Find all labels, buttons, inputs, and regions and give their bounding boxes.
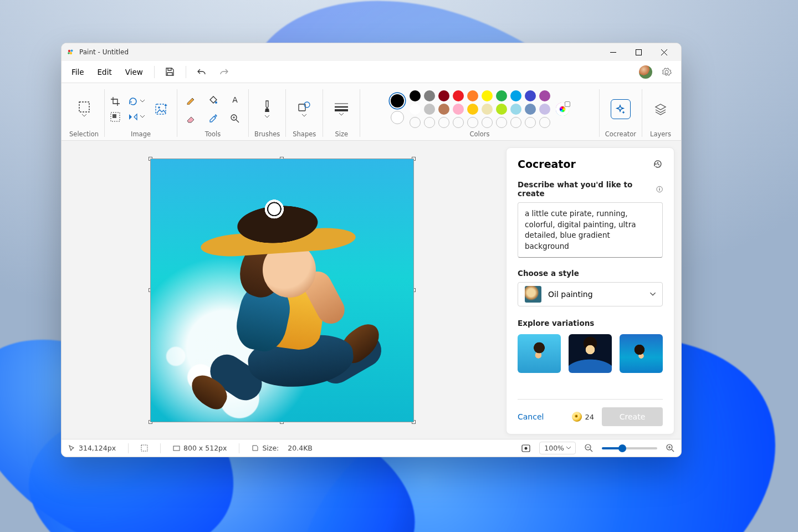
svg-rect-5 <box>79 102 89 112</box>
swatch-empty[interactable] <box>453 117 464 128</box>
zoom-slider[interactable] <box>602 447 657 449</box>
zoom-dropdown[interactable]: 100% <box>539 442 576 454</box>
cursor-position: 314,124px <box>68 444 116 452</box>
swatch[interactable] <box>482 90 493 101</box>
rotate-tool[interactable] <box>128 96 145 106</box>
magnifier-tool[interactable] <box>227 111 243 126</box>
swatch[interactable] <box>453 90 464 101</box>
cocreator-title: Cocreator <box>518 158 576 170</box>
swatch[interactable] <box>453 104 464 115</box>
swatch-empty[interactable] <box>438 117 449 128</box>
coin-icon <box>572 412 582 422</box>
swatch[interactable] <box>467 104 478 115</box>
undo-button[interactable] <box>192 63 212 81</box>
swatch[interactable] <box>424 90 435 101</box>
color-secondary[interactable] <box>391 111 404 124</box>
variation-3[interactable] <box>620 334 663 373</box>
variation-1[interactable] <box>518 334 561 373</box>
swatch[interactable] <box>539 104 550 115</box>
canvas[interactable] <box>151 159 413 422</box>
window-maximize[interactable] <box>626 43 651 61</box>
history-icon <box>653 159 663 169</box>
zoom-in-button[interactable] <box>666 444 674 452</box>
redo-button[interactable] <box>214 63 234 81</box>
color-primary[interactable] <box>391 94 404 108</box>
text-tool[interactable]: A <box>227 92 243 108</box>
settings-button[interactable] <box>657 63 677 81</box>
resize-tool[interactable] <box>110 112 120 122</box>
info-icon[interactable]: i <box>656 186 663 193</box>
window-close[interactable] <box>651 43 677 61</box>
cocreator-button[interactable] <box>611 99 631 119</box>
cursor-icon <box>68 444 75 452</box>
variation-2[interactable] <box>569 334 612 373</box>
ai-edit-tool[interactable] <box>152 100 171 119</box>
group-shapes: Shapes <box>286 86 323 139</box>
create-button[interactable]: Create <box>602 407 663 426</box>
history-button[interactable] <box>653 159 663 169</box>
swatch-empty[interactable] <box>424 117 435 128</box>
swatch[interactable] <box>496 104 507 115</box>
zoom-out-button[interactable] <box>585 444 593 452</box>
swatch[interactable] <box>410 90 421 101</box>
layers-button[interactable] <box>648 94 673 125</box>
svg-text:i: i <box>659 187 661 192</box>
size-button[interactable] <box>329 94 354 125</box>
shapes-button[interactable] <box>291 94 317 125</box>
menu-edit[interactable]: Edit <box>92 64 117 80</box>
swatch-empty[interactable] <box>510 117 521 128</box>
eraser-tool[interactable] <box>183 111 198 126</box>
swatch-empty[interactable] <box>525 117 536 128</box>
swatch-empty[interactable] <box>467 117 478 128</box>
swatch-empty[interactable] <box>539 117 550 128</box>
svg-point-20 <box>525 447 528 449</box>
style-select[interactable]: Oil painting <box>518 282 663 306</box>
menu-view[interactable]: View <box>120 64 149 80</box>
menu-file[interactable]: File <box>66 64 90 80</box>
swatch[interactable] <box>410 104 421 115</box>
swatch[interactable] <box>424 104 435 115</box>
swatch[interactable] <box>539 90 550 101</box>
image-ai-icon <box>155 102 169 116</box>
titlebar: Paint - Untitled <box>62 43 681 61</box>
swatch[interactable] <box>525 104 536 115</box>
style-thumbnail <box>525 286 541 303</box>
eyedropper-tool[interactable] <box>205 111 221 126</box>
dimensions-icon <box>173 444 180 452</box>
paint-app-icon <box>66 48 75 57</box>
pencil-tool[interactable] <box>183 92 198 108</box>
swatch[interactable] <box>525 90 536 101</box>
selection-tool[interactable] <box>71 94 97 125</box>
fit-screen-button[interactable] <box>521 444 530 452</box>
color-swatches <box>410 90 550 128</box>
prompt-input[interactable]: a little cute pirate, running, colorful,… <box>518 202 663 258</box>
swatch[interactable] <box>438 104 449 115</box>
save-button[interactable] <box>160 63 180 81</box>
canvas-dimensions: 800 x 512px <box>173 444 227 452</box>
color-picker-button[interactable] <box>556 103 569 116</box>
swatch[interactable] <box>510 104 521 115</box>
brush-icon <box>261 100 273 114</box>
zoom-in-icon <box>666 444 674 452</box>
group-brushes: Brushes <box>249 86 285 139</box>
statusbar: 314,124px 800 x 512px Size: 20.4KB 100% <box>62 439 681 457</box>
window-minimize[interactable] <box>600 43 626 61</box>
swatch[interactable] <box>438 90 449 101</box>
swatch-empty[interactable] <box>410 117 421 128</box>
swatch[interactable] <box>467 90 478 101</box>
swatch[interactable] <box>482 104 493 115</box>
selection-small-icon <box>141 444 148 452</box>
swatch[interactable] <box>496 90 507 101</box>
swatch-empty[interactable] <box>496 117 507 128</box>
swatch[interactable] <box>510 90 521 101</box>
fill-tool[interactable] <box>205 92 221 108</box>
cancel-button[interactable]: Cancel <box>518 410 544 423</box>
group-cocreator: Cocreator <box>600 86 642 139</box>
brushes-button[interactable] <box>254 94 280 125</box>
flip-tool[interactable] <box>128 112 145 122</box>
eraser-icon <box>186 114 196 124</box>
crop-tool[interactable] <box>110 96 120 106</box>
user-avatar[interactable] <box>639 65 652 79</box>
svg-point-0 <box>68 50 70 52</box>
swatch-empty[interactable] <box>482 117 493 128</box>
